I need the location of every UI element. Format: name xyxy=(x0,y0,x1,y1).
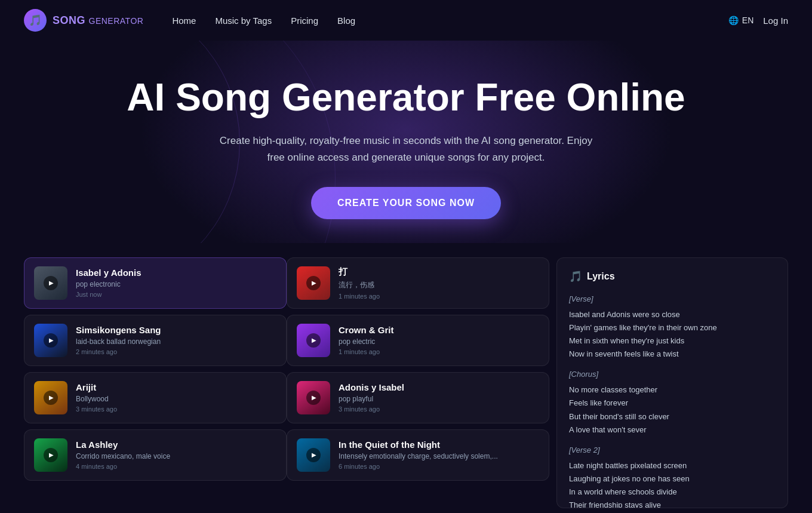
song-thumbnail-crown-grit: ▶ xyxy=(297,324,330,357)
song-thumbnail-arijit: ▶ xyxy=(34,381,67,414)
verse-label-1: [Verse] xyxy=(569,293,776,306)
song-info-isabel-adonis: Isabel y Adonis pop electronic Just now xyxy=(76,268,276,298)
song-info-la-ashley: La Ashley Corrido mexicano, male voice 4… xyxy=(76,440,276,470)
language-button[interactable]: 🌐 EN xyxy=(728,16,753,25)
song-thumbnail-la-ashley: ▶ xyxy=(34,438,67,472)
play-icon: ▶ xyxy=(306,333,321,348)
play-overlay: ▶ xyxy=(297,324,330,357)
lyric-line: No more classes together xyxy=(569,383,776,397)
content-section: ▶ Isabel y Adonis pop electronic Just no… xyxy=(0,243,812,508)
globe-icon: 🌐 xyxy=(728,16,739,25)
song-tags: pop electric xyxy=(339,337,539,346)
song-card-la-ashley[interactable]: ▶ La Ashley Corrido mexicano, male voice… xyxy=(24,429,287,481)
song-thumbnail-isabel-adonis: ▶ xyxy=(34,266,67,300)
lyric-line: Late night battles pixelated screen xyxy=(569,459,776,472)
song-thumbnail-adonis-isabel: ▶ xyxy=(297,381,330,414)
play-icon: ▶ xyxy=(306,391,321,405)
lyrics-panel: 🎵 Lyrics [Verse] Isabel and Adonis were … xyxy=(556,257,788,508)
song-thumbnail-simsik: ▶ xyxy=(34,324,67,357)
play-overlay: ▶ xyxy=(34,438,67,472)
hero-title: AI Song Generator Free Online xyxy=(12,76,800,118)
song-thumbnail-da: ▶ xyxy=(297,266,330,300)
play-icon: ▶ xyxy=(44,333,58,348)
lyrics-verse-2: [Verse 2] Late night battles pixelated s… xyxy=(569,444,776,508)
lyrics-verse-1: [Verse] Isabel and Adonis were so close … xyxy=(569,293,776,361)
play-overlay: ▶ xyxy=(297,266,330,300)
song-time: 1 minutes ago xyxy=(339,348,539,355)
song-card-arijit[interactable]: ▶ Arijit Bollywood 3 minutes ago xyxy=(24,372,287,423)
song-title: 打 xyxy=(339,266,539,278)
song-tags: pop playful xyxy=(339,395,539,403)
lyric-line: But their bond's still so clever xyxy=(569,410,776,423)
lyric-line: A love that won't sever xyxy=(569,423,776,437)
song-time: 1 minutes ago xyxy=(339,293,539,300)
verse-label-2: [Verse 2] xyxy=(569,444,776,457)
play-icon: ▶ xyxy=(306,276,321,290)
play-icon: ▶ xyxy=(44,391,58,405)
login-button[interactable]: Log In xyxy=(763,16,788,26)
nav-links: Home Music by Tags Pricing Blog xyxy=(172,16,728,26)
nav-home[interactable]: Home xyxy=(172,16,196,26)
lyric-line: Playin' games like they're in their own … xyxy=(569,321,776,334)
logo[interactable]: 🎵 SONG GENERATOR xyxy=(24,9,143,32)
play-icon: ▶ xyxy=(44,276,58,290)
song-card-da[interactable]: ▶ 打 流行，伤感 1 minutes ago xyxy=(287,257,549,309)
song-info-adonis-isabel: Adonis y Isabel pop playful 3 minutes ag… xyxy=(339,382,539,413)
lyric-line: Laughing at jokes no one has seen xyxy=(569,472,776,486)
lyrics-body: [Verse] Isabel and Adonis were so close … xyxy=(569,293,776,508)
lyric-line: Feels like forever xyxy=(569,397,776,410)
song-time: 3 minutes ago xyxy=(76,406,276,413)
song-time: Just now xyxy=(76,291,276,298)
lyric-line: Met in sixth when they're just kids xyxy=(569,334,776,348)
songs-left-column: ▶ Isabel y Adonis pop electronic Just no… xyxy=(24,257,287,508)
song-info-crown-grit: Crown & Grit pop electric 1 minutes ago xyxy=(339,325,539,355)
song-info-simsik: Simsikongens Sang laid-back ballad norwe… xyxy=(76,325,276,355)
song-time: 2 minutes ago xyxy=(76,348,276,355)
lyric-line: In a world where schools divide xyxy=(569,486,776,499)
song-tags: 流行，伤感 xyxy=(339,280,539,290)
play-overlay: ▶ xyxy=(297,438,330,472)
lyric-line: Isabel and Adonis were so close xyxy=(569,308,776,321)
song-title: Simsikongens Sang xyxy=(76,325,276,335)
song-info-arijit: Arijit Bollywood 3 minutes ago xyxy=(76,382,276,413)
song-tags: Bollywood xyxy=(76,395,276,403)
song-card-simsik[interactable]: ▶ Simsikongens Sang laid-back ballad nor… xyxy=(24,315,287,366)
song-card-quiet-night[interactable]: ▶ In the Quiet of the Night Intensely em… xyxy=(287,429,549,481)
song-info-quiet-night: In the Quiet of the Night Intensely emot… xyxy=(339,440,539,470)
song-tags: Intensely emotionally charge, seductivel… xyxy=(339,452,539,460)
chorus-label: [Chorus] xyxy=(569,368,776,381)
song-title: La Ashley xyxy=(76,440,276,450)
song-tags: pop electronic xyxy=(76,280,276,288)
hero-subtitle: Create high-quality, royalty-free music … xyxy=(215,133,597,165)
lyric-line: Their friendship stays alive xyxy=(569,499,776,508)
lyrics-header: 🎵 Lyrics xyxy=(569,270,776,283)
nav-blog[interactable]: Blog xyxy=(337,16,355,26)
nav-pricing[interactable]: Pricing xyxy=(291,16,318,26)
nav-music-by-tags[interactable]: Music by Tags xyxy=(215,16,272,26)
song-title: Isabel y Adonis xyxy=(76,268,276,278)
songs-right-column: ▶ 打 流行，伤感 1 minutes ago ▶ Crown & Grit p… xyxy=(287,257,549,508)
create-song-button[interactable]: CREATE YOUR SONG NOW xyxy=(311,187,501,219)
navbar: 🎵 SONG GENERATOR Home Music by Tags Pric… xyxy=(0,0,812,41)
song-time: 6 minutes ago xyxy=(339,463,539,470)
song-time: 3 minutes ago xyxy=(339,406,539,413)
nav-right: 🌐 EN Log In xyxy=(728,16,788,26)
play-overlay: ▶ xyxy=(34,266,67,300)
song-title: Crown & Grit xyxy=(339,325,539,335)
lyrics-chorus: [Chorus] No more classes together Feels … xyxy=(569,368,776,436)
song-title: In the Quiet of the Night xyxy=(339,440,539,450)
song-card-isabel-adonis[interactable]: ▶ Isabel y Adonis pop electronic Just no… xyxy=(24,257,287,309)
song-card-adonis-isabel[interactable]: ▶ Adonis y Isabel pop playful 3 minutes … xyxy=(287,372,549,423)
play-overlay: ▶ xyxy=(34,381,67,414)
song-info-da: 打 流行，伤感 1 minutes ago xyxy=(339,266,539,300)
lyrics-title: Lyrics xyxy=(587,271,615,282)
hero-section: AI Song Generator Free Online Create hig… xyxy=(0,41,812,243)
play-icon: ▶ xyxy=(44,448,58,462)
song-tags: Corrido mexicano, male voice xyxy=(76,452,276,460)
song-title: Adonis y Isabel xyxy=(339,382,539,392)
song-tags: laid-back ballad norwegian xyxy=(76,337,276,346)
logo-text: SONG GENERATOR xyxy=(53,14,143,27)
play-overlay: ▶ xyxy=(297,381,330,414)
song-card-crown-grit[interactable]: ▶ Crown & Grit pop electric 1 minutes ag… xyxy=(287,315,549,366)
logo-icon: 🎵 xyxy=(24,9,47,32)
